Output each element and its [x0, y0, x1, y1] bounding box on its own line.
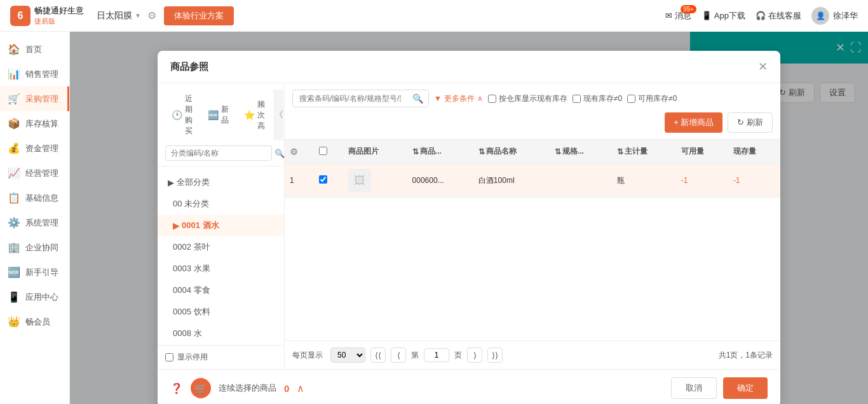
sidebar-item-system[interactable]: ⚙️ 系统管理	[0, 210, 69, 235]
sidebar-item-purchase[interactable]: 🛒 采购管理	[0, 86, 69, 111]
prev-page-btn[interactable]: ⟨	[391, 347, 406, 363]
app-download-btn[interactable]: 📱 App下载	[702, 10, 745, 22]
row-checkbox[interactable]	[319, 175, 327, 184]
per-page-select[interactable]: 50 20 100	[330, 347, 365, 363]
product-thumbnail: 🖼	[348, 169, 371, 192]
cat-item-all[interactable]: ▶ 全部分类	[158, 172, 284, 193]
filter-collapse-icon: ∧	[477, 94, 483, 103]
user-menu[interactable]: 👤 徐泽华	[811, 7, 858, 25]
checkbox-available-input[interactable]	[627, 95, 635, 103]
tab-new[interactable]: 🆕 新品	[201, 90, 235, 140]
left-tabs: 🕐 近期购买 🆕 新品 ⭐ 频次高 《	[158, 83, 284, 140]
tab-recent[interactable]: 🕐 近期购买	[165, 90, 199, 140]
th-spec[interactable]: ⇅规格...	[550, 140, 612, 164]
finance-icon: 💰	[8, 142, 20, 154]
th-stock: 现存量	[728, 140, 780, 164]
modal-header: 商品参照 ✕	[158, 51, 780, 83]
modal-title: 商品参照	[170, 61, 208, 73]
sidebar-item-enterprise[interactable]: 🏢 企业协同	[0, 235, 69, 260]
cell-name: 白酒100ml	[473, 164, 550, 198]
cell-available: -1	[676, 164, 728, 198]
sidebar-item-vip[interactable]: 👑 畅会员	[0, 309, 69, 334]
cat-item-snack[interactable]: 0004 零食	[158, 279, 284, 301]
experience-btn[interactable]: 体验行业方案	[164, 6, 234, 25]
more-filter-btn[interactable]: ▼ 更多条件 ∧	[434, 93, 483, 104]
footer-buttons: 取消 确定	[671, 377, 768, 399]
cat-item-tea[interactable]: 0002 茶叶	[158, 236, 284, 258]
first-page-btn[interactable]: ⟨⟨	[370, 347, 386, 363]
cancel-btn[interactable]: 取消	[671, 377, 717, 399]
right-panel: 🔍 ▼ 更多条件 ∧ 按仓库显示现有库存	[285, 83, 780, 369]
guide-icon: 🆕	[8, 266, 20, 278]
enterprise-icon: 🏢	[8, 241, 20, 253]
product-table: ⚙ 商品图片 ⇅商品... ⇅商品名称 ⇅规格... ⇅主计量 可用量 现存量	[285, 140, 780, 198]
sidebar-item-sales[interactable]: 📊 销售管理	[0, 62, 69, 86]
sidebar-item-finance[interactable]: 💰 资金管理	[0, 136, 69, 161]
cat-arrow-all: ▶	[168, 178, 174, 187]
cat-item-liquor[interactable]: ▶ 0001 酒水	[158, 215, 284, 236]
th-settings[interactable]: ⚙	[285, 140, 314, 164]
checkbox-stock-not-zero[interactable]: 现有库存≠0	[573, 93, 622, 104]
cart-icon[interactable]: 🛒	[191, 378, 211, 398]
category-search-input[interactable]	[165, 145, 272, 161]
purchase-icon: 🛒	[8, 93, 20, 105]
next-page-btn[interactable]: ⟩	[467, 347, 482, 363]
message-icon: ✉	[665, 11, 672, 20]
content-area: ✕ ⛶ 查询 ↻ 刷新 设置 商品参照 ✕	[70, 32, 868, 404]
footer-collapse-icon[interactable]: ∧	[297, 382, 304, 394]
th-checkbox[interactable]	[314, 140, 343, 164]
product-table-wrap: ⚙ 商品图片 ⇅商品... ⇅商品名称 ⇅规格... ⇅主计量 可用量 现存量	[285, 140, 780, 340]
modal-overlay: 商品参照 ✕ 🕐 近期购买 🆕	[70, 32, 868, 404]
show-disabled-toggle[interactable]: 显示停用	[165, 352, 276, 363]
table-row[interactable]: 1 🖼 000600... 白酒100ml 瓶 -1 -1	[285, 164, 780, 198]
cell-code: 000600...	[407, 164, 473, 198]
sidebar-item-inventory[interactable]: 📦 库存核算	[0, 111, 69, 136]
page-input[interactable]	[424, 348, 449, 362]
th-unit[interactable]: ⇅主计量	[612, 140, 676, 164]
store-arrow-icon: ▼	[135, 12, 141, 19]
operation-icon: 📈	[8, 167, 20, 179]
sort-spec-icon: ⇅	[555, 147, 561, 156]
product-search-input[interactable]	[293, 91, 407, 106]
online-service-btn[interactable]: 🎧 在线客服	[756, 10, 801, 22]
category-search-icon[interactable]: 🔍	[275, 149, 285, 158]
sidebar-item-home[interactable]: 🏠 首页	[0, 37, 69, 62]
checkbox-warehouse-input[interactable]	[488, 95, 496, 103]
checkbox-available-not-zero[interactable]: 可用库存≠0	[627, 93, 677, 104]
show-disabled-checkbox[interactable]	[165, 353, 173, 361]
sidebar-item-operation[interactable]: 📈 经营管理	[0, 161, 69, 185]
th-code[interactable]: ⇅商品...	[407, 140, 473, 164]
cat-item-drink[interactable]: 0005 饮料	[158, 301, 284, 323]
store-selector[interactable]: 日太阳膜 ▼	[97, 10, 141, 22]
checkbox-by-warehouse[interactable]: 按仓库显示现有库存	[488, 93, 567, 104]
sidebar-item-guide[interactable]: 🆕 新手引导	[0, 260, 69, 285]
cell-image: 🖼	[343, 164, 407, 198]
page-label: 第	[411, 350, 419, 361]
tab-frequent[interactable]: ⭐ 频次高	[238, 90, 271, 140]
cell-unit: 瓶	[612, 164, 676, 198]
cell-checkbox[interactable]	[314, 164, 343, 198]
message-btn[interactable]: ✉ 消息 99+	[665, 10, 691, 22]
modal-close-icon[interactable]: ✕	[758, 60, 768, 74]
sidebar-item-basic[interactable]: 📋 基础信息	[0, 185, 69, 210]
page-suffix: 页	[454, 350, 462, 361]
checkbox-stock-input[interactable]	[573, 95, 581, 103]
product-search-icon[interactable]: 🔍	[407, 90, 428, 107]
cat-item-fruit[interactable]: 0003 水果	[158, 258, 284, 279]
collapse-panel-btn[interactable]: 《	[274, 90, 283, 140]
last-page-btn[interactable]: ⟩⟩	[487, 347, 503, 363]
refresh-btn[interactable]: ↻ 刷新	[728, 112, 773, 133]
th-name[interactable]: ⇅商品名称	[473, 140, 550, 164]
logo[interactable]: 6 畅捷通好生意 捷易版	[10, 5, 84, 26]
cat-item-water[interactable]: 0008 水	[158, 323, 284, 344]
sidebar-item-appstore[interactable]: 📱 应用中心	[0, 285, 69, 309]
category-search: 🔍	[158, 140, 284, 166]
help-icon[interactable]: ❓	[170, 382, 183, 394]
appstore-icon: 📱	[8, 291, 20, 303]
add-product-btn[interactable]: + 新增商品	[665, 112, 722, 133]
toolbar-right-btns: + 新增商品 ↻ 刷新	[665, 112, 773, 133]
select-all-checkbox[interactable]	[319, 147, 327, 155]
settings-icon[interactable]: ⚙	[147, 10, 156, 22]
confirm-btn[interactable]: 确定	[723, 377, 768, 399]
cat-item-unclassified[interactable]: 00 未分类	[158, 193, 284, 215]
